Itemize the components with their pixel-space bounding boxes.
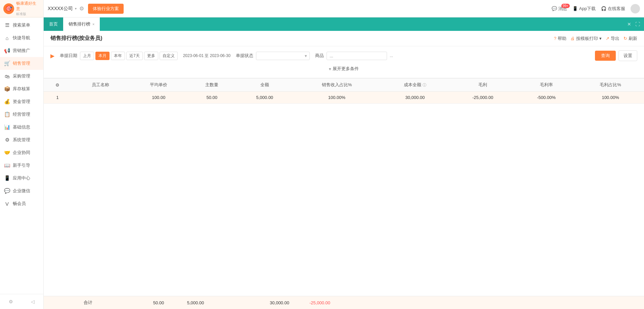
sidebar-item-6[interactable]: 💰资金管理 (0, 95, 43, 108)
cell-profit-pct: 100.00% (577, 92, 644, 104)
cell-qty: 50.00 (188, 92, 236, 104)
tab-home-label: 首页 (49, 21, 58, 27)
sidebar-item-0[interactable]: ☰搜索菜单 (0, 19, 43, 32)
sidebar-label-9: 系统管理 (13, 137, 30, 143)
date-btn-cur-month[interactable]: 本月 (95, 52, 110, 60)
print-btn[interactable]: 🖨 按模板打印 ▾ (570, 36, 602, 42)
page-header-actions: ? 帮助 🖨 按模板打印 ▾ ↗ 导出 ↻ 刷新 (554, 36, 637, 46)
window-maximize-icon[interactable]: ⛶ (635, 21, 640, 27)
sidebar-item-8[interactable]: 📊基础信息 (0, 121, 43, 134)
sidebar-icon-12: 📱 (4, 175, 10, 181)
sidebar-icon-6: 💰 (4, 99, 10, 105)
sidebar-label-1: 快捷导航 (13, 35, 30, 41)
sidebar-item-4[interactable]: 🛍采购管理 (0, 70, 43, 83)
sidebar-item-11[interactable]: 📖新手引导 (0, 159, 43, 172)
goods-input[interactable] (327, 52, 387, 60)
tab-home[interactable]: 首页 (44, 17, 63, 31)
date-btn-cur-year[interactable]: 本年 (111, 52, 125, 60)
sidebar-item-5[interactable]: 📦库存核算 (0, 83, 43, 95)
date-btns: 上月 本月 本年 近7天 更多 自定义 (80, 52, 178, 60)
refresh-icon: ↻ (624, 36, 627, 41)
tab-sales-ranking[interactable]: 销售排行榜 × (63, 17, 100, 31)
sidebar-icon-10: 🤝 (4, 150, 10, 156)
date-range-display: 2023-06-01 至 2023-06-30 (183, 53, 230, 59)
sidebar-label-4: 采购管理 (13, 73, 30, 79)
col-name: 员工名称 (71, 79, 129, 92)
cell-rank: 1 (44, 92, 71, 104)
sidebar-item-3[interactable]: 🛒销售管理 (0, 57, 43, 70)
sidebar-label-0: 搜索菜单 (13, 22, 30, 28)
refresh-btn[interactable]: ↻ 刷新 (624, 36, 637, 42)
filter-area: ▶ 单据日期 上月 本月 本年 近7天 更多 自定义 2023-06-01 至 … (44, 46, 644, 78)
tab-close-icon[interactable]: × (92, 22, 94, 26)
footer-cost: 30,000.00 (259, 300, 300, 305)
table-header: ⚙ 员工名称 平均单价 主数量 全额 销售收入占比% 成本全额 ⓘ 毛利 毛利率… (44, 79, 644, 92)
footer-amount: 5,000.00 (175, 300, 216, 305)
sidebar: 🎯 畅康通好生意 标准版 ☰搜索菜单⌂快捷导航📢营销推广🛒销售管理🛍采购管理📦库… (0, 0, 44, 309)
filter-goods-group: 商品 ... (315, 52, 393, 60)
col-avg-price: 平均单价 (130, 79, 188, 92)
help-icon: ? (554, 36, 556, 41)
sidebar-settings-btn[interactable]: ⚙ (7, 297, 15, 306)
cell-profit: -25,000.00 (450, 92, 516, 104)
sidebar-item-13[interactable]: 💬企业微信 (0, 185, 43, 197)
sidebar-item-2[interactable]: 📢营销推广 (0, 44, 43, 57)
company-selector[interactable]: XXXXX公司 ▾ (48, 6, 77, 12)
date-btn-7days[interactable]: 近7天 (126, 52, 143, 60)
sidebar-icon-5: 📦 (4, 86, 10, 92)
sidebar-collapse-btn[interactable]: ◁ (29, 297, 37, 306)
cell-sales-pct: 100.00% (293, 92, 380, 104)
footer-label: 合计 (68, 300, 108, 306)
footer-qty: 50.00 (142, 300, 175, 305)
sidebar-icon-13: 💬 (4, 188, 10, 194)
sidebar-item-9[interactable]: ⚙系统管理 (0, 134, 43, 146)
sidebar-label-2: 营销推广 (13, 48, 30, 54)
sidebar-icon-1: ⌂ (4, 35, 10, 41)
headset-icon: 🎧 (601, 6, 606, 11)
col-settings[interactable]: ⚙ (44, 79, 71, 92)
app-download-btn[interactable]: 📱 App下载 (572, 6, 596, 12)
sidebar-item-14[interactable]: V畅会员 (0, 197, 43, 210)
cell-amount: 5,000.00 (236, 92, 293, 104)
online-service-btn[interactable]: 🎧 在线客服 (601, 6, 625, 12)
window-close-icon[interactable]: ✕ (627, 21, 631, 27)
topbar-settings-icon[interactable]: ⚙ (79, 5, 84, 12)
trial-btn[interactable]: 体验行业方案 (88, 4, 124, 14)
filter-more-btn[interactable]: ... (390, 53, 393, 58)
sidebar-icon-4: 🛍 (4, 73, 10, 79)
company-name: XXXXX公司 (48, 6, 73, 12)
sidebar-item-12[interactable]: 📱应用中心 (0, 172, 43, 185)
table-settings-btn[interactable]: 设置 (618, 50, 637, 61)
page-title: 销售排行榜(按业务员) (50, 35, 102, 46)
date-btn-custom[interactable]: 自定义 (160, 52, 178, 60)
goods-input-wrap (327, 52, 387, 60)
content-area: 销售排行榜(按业务员) ? 帮助 🖨 按模板打印 ▾ ↗ 导出 ↻ 刷新 (44, 31, 644, 309)
export-btn[interactable]: ↗ 导出 (606, 36, 619, 42)
tabbar: 首页 销售排行榜 × ✕ ⛶ (44, 17, 644, 31)
sidebar-label-13: 企业微信 (13, 188, 30, 194)
col-amount: 全额 (236, 79, 293, 92)
date-btn-more[interactable]: 更多 (144, 52, 158, 60)
topbar: XXXXX公司 ▾ ⚙ 体验行业方案 💬 消息 99+ 📱 App下载 🎧 在线… (44, 0, 644, 17)
date-btn-prev-month[interactable]: 上月 (80, 52, 94, 60)
sidebar-label-12: 应用中心 (13, 175, 30, 181)
sidebar-logo: 🎯 畅康通好生意 标准版 (0, 0, 43, 17)
table-footer: 合计 50.00 5,000.00 30,000.00 -25,000.00 (44, 296, 644, 309)
filter-toggle-icon[interactable]: ▶ (50, 53, 54, 59)
sidebar-label-5: 库存核算 (13, 86, 30, 92)
status-select[interactable] (256, 52, 310, 60)
sidebar-item-1[interactable]: ⌂快捷导航 (0, 32, 43, 44)
search-btn[interactable]: 查询 (595, 51, 616, 61)
footer-profit: -25,000.00 (300, 300, 340, 305)
message-icon: 💬 (552, 6, 557, 11)
help-btn[interactable]: ? 帮助 (554, 36, 566, 42)
col-profit: 毛利 (450, 79, 516, 92)
sidebar-item-7[interactable]: 📋经营管理 (0, 108, 43, 121)
user-avatar[interactable] (631, 4, 640, 13)
avatar-image (631, 4, 640, 13)
data-table: ⚙ 员工名称 平均单价 主数量 全额 销售收入占比% 成本全额 ⓘ 毛利 毛利率… (44, 78, 644, 104)
message-btn[interactable]: 💬 消息 99+ (552, 6, 567, 12)
expand-conditions-btn[interactable]: ▾ 展开更多条件 (329, 64, 359, 74)
sidebar-item-10[interactable]: 🤝企业协同 (0, 146, 43, 159)
col-margin: 毛利率 (516, 79, 577, 92)
